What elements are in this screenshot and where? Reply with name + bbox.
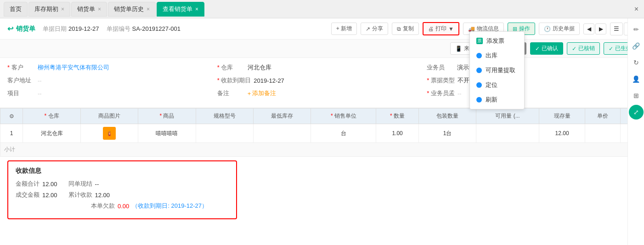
warehouse-value: 河北仓库 bbox=[248, 63, 271, 72]
available-qty-item[interactable]: 可用量提取 bbox=[470, 63, 524, 78]
close-window-button[interactable]: × bbox=[633, 3, 640, 15]
sub-actions-bar: 📱 来自手机 ● 未开票 ✓ 已确认 ✓ 已核销 ✓ 已生效 bbox=[0, 40, 644, 58]
sidebar-link-icon[interactable]: 🔗 bbox=[629, 39, 644, 53]
col-available: 可用量 (... bbox=[476, 108, 539, 124]
out-warehouse-item[interactable]: 出库 bbox=[470, 48, 524, 63]
operator-field: 业务员 演示账号 bbox=[427, 63, 637, 72]
table-row: 1 河北仓库 🧯 嘻嘻嘻嘻 台 1.00 1台 12.00 bbox=[0, 124, 644, 143]
date-label: 单据日期 bbox=[43, 25, 67, 33]
doc-title-block: ↩ 销货单 bbox=[7, 24, 35, 33]
transaction-label: 成交金额 bbox=[16, 191, 40, 199]
address-value: -- bbox=[38, 77, 42, 84]
note-label: 备注 bbox=[217, 89, 245, 97]
print-icon: 🖨 bbox=[428, 26, 434, 32]
confirm-button[interactable]: ✓ 已确认 bbox=[530, 42, 563, 55]
refresh-label: 刷新 bbox=[486, 96, 497, 104]
plus-icon: + bbox=[248, 90, 251, 97]
settings-icon[interactable]: ⚙ bbox=[9, 113, 14, 120]
col-product-img: 商品图片 bbox=[80, 108, 138, 124]
salesperson-label: 业务员孟 bbox=[427, 89, 455, 97]
tab-view-label: 查看销货单 bbox=[163, 5, 192, 13]
project-label: 项目 bbox=[7, 89, 35, 97]
out-warehouse-label: 出库 bbox=[486, 51, 497, 60]
products-table: ⚙ * 仓库 商品图片 * 商品 规格型号 最低库存 * 销售单位 * 数量 包… bbox=[0, 108, 644, 157]
project-field: 项目 -- bbox=[7, 89, 217, 97]
sidebar-table-icon[interactable]: ⊞ bbox=[629, 88, 644, 103]
refresh-item[interactable]: 刷新 bbox=[470, 92, 524, 107]
row-sales-unit: 台 bbox=[311, 124, 376, 143]
history-button[interactable]: 🕐 历史单据 bbox=[539, 23, 580, 35]
payment-row-3: 本单欠款 0.00 （收款到期日: 2019-12-27） bbox=[16, 202, 229, 210]
subtotal-label: 小计 bbox=[0, 143, 644, 157]
salesperson-value: -- bbox=[458, 90, 462, 97]
operator-label: 业务员 bbox=[427, 63, 454, 72]
sidebar-refresh-icon[interactable]: ↻ bbox=[629, 55, 644, 70]
locate-label: 定位 bbox=[486, 81, 497, 89]
sales-order-icon: ↩ bbox=[7, 24, 13, 33]
sidebar-edit-icon[interactable]: ✏ bbox=[629, 22, 644, 37]
doc-header: ↩ 销货单 单据日期 2019-12-27 单据编号 SA-20191227-0… bbox=[0, 18, 644, 40]
same-order-item: 同单现结 -- bbox=[68, 180, 99, 188]
share-icon: ↗ bbox=[366, 26, 370, 32]
tab-history-close[interactable]: × bbox=[147, 6, 150, 12]
add-invoice-label: 添发票 bbox=[486, 37, 504, 45]
tab-view-sales[interactable]: 查看销货单 × bbox=[157, 2, 204, 17]
table-header-row: ⚙ * 仓库 商品图片 * 商品 规格型号 最低库存 * 销售单位 * 数量 包… bbox=[0, 108, 644, 124]
check-icon: ✓ bbox=[535, 46, 540, 52]
copy-icon: ⧉ bbox=[397, 26, 401, 32]
tab-history-label: 销货单历史 bbox=[114, 5, 144, 13]
col-settings[interactable]: ⚙ bbox=[0, 108, 23, 124]
row-index: 1 bbox=[0, 124, 23, 143]
locate-item[interactable]: 定位 bbox=[470, 78, 524, 92]
refresh-icon bbox=[476, 97, 482, 103]
operation-dropdown: 票 添发票 出库 可用量提取 定位 刷新 bbox=[469, 31, 525, 109]
salesperson-field: 业务员孟 -- bbox=[427, 89, 637, 97]
sidebar-user-icon[interactable]: 👤 bbox=[629, 72, 644, 86]
tab-sales-label: 销货单 bbox=[77, 5, 95, 13]
next-arrow[interactable]: ▶ bbox=[595, 23, 606, 34]
product-image: 🧯 bbox=[103, 127, 116, 140]
tab-sales-order[interactable]: 销货单 × bbox=[71, 2, 107, 17]
cumulative-value: 12.00 bbox=[95, 192, 110, 199]
row-unit-price bbox=[585, 124, 620, 143]
customer-value[interactable]: 柳州粤港平安气体有限公司 bbox=[38, 63, 109, 72]
row-current-stock: 12.00 bbox=[539, 124, 585, 143]
current-due-label: 本单欠款 bbox=[91, 202, 115, 210]
doc-date-meta: 单据日期 2019-12-27 bbox=[43, 25, 99, 33]
table-section: ⚙ * 仓库 商品图片 * 商品 规格型号 最低库存 * 销售单位 * 数量 包… bbox=[0, 108, 644, 157]
due-note: （收款到期日: 2019-12-27） bbox=[132, 202, 208, 210]
tab-home[interactable]: 首页 bbox=[4, 2, 28, 17]
sidebar-expand-icon[interactable]: ⤢ bbox=[629, 105, 644, 120]
address-label: 客户地址 bbox=[7, 76, 35, 85]
print-button[interactable]: 🖨 打印 ▼ bbox=[423, 22, 459, 35]
total-value: 12.00 bbox=[42, 181, 57, 188]
list-view-button[interactable]: ☰ bbox=[610, 23, 623, 35]
tab-view-close[interactable]: × bbox=[195, 6, 198, 12]
form-row-1: 客户 柳州粤港平安气体有限公司 仓库 河北仓库 业务员 演示账号 bbox=[7, 63, 637, 72]
col-unit-price: 单价 bbox=[585, 108, 620, 124]
date-value: 2019-12-27 bbox=[68, 25, 99, 32]
tab-inventory-init[interactable]: 库存期初 × bbox=[28, 2, 70, 17]
mobile-icon: 📱 bbox=[455, 46, 462, 52]
tab-sales-history[interactable]: 销货单历史 × bbox=[108, 2, 156, 17]
share-button[interactable]: ↗ 分享 bbox=[361, 23, 388, 35]
tab-inventory-close[interactable]: × bbox=[61, 6, 64, 12]
address-field: 客户地址 -- bbox=[7, 76, 217, 85]
new-button[interactable]: + 新增 bbox=[331, 23, 357, 35]
prev-arrow[interactable]: ◀ bbox=[583, 23, 594, 34]
payment-section: 收款信息 金额合计 12.00 同单现结 -- 成交金额 12.00 累计收款 bbox=[7, 160, 237, 219]
nav-arrows: ◀ ▶ bbox=[583, 23, 606, 34]
subtotal-row: 小计 bbox=[0, 143, 644, 157]
due-date-value: 2019-12-27 bbox=[254, 77, 284, 84]
copy-button[interactable]: ⧉ 复制 bbox=[392, 23, 419, 35]
add-note-button[interactable]: + 添加备注 bbox=[248, 89, 277, 97]
ticket-label: 票据类型 bbox=[427, 76, 455, 85]
main-content: ↩ 销货单 单据日期 2019-12-27 单据编号 SA-20191227-0… bbox=[0, 18, 644, 245]
add-invoice-item[interactable]: 票 添发票 bbox=[470, 34, 524, 48]
current-due-value: 0.00 bbox=[118, 203, 129, 210]
col-product: * 商品 bbox=[138, 108, 196, 124]
doc-title-text: 销货单 bbox=[16, 25, 35, 33]
customer-field: 客户 柳州粤港平安气体有限公司 bbox=[7, 63, 217, 72]
tab-sales-close[interactable]: × bbox=[98, 6, 101, 12]
sold-out-button[interactable]: ✓ 已核销 bbox=[567, 42, 600, 55]
